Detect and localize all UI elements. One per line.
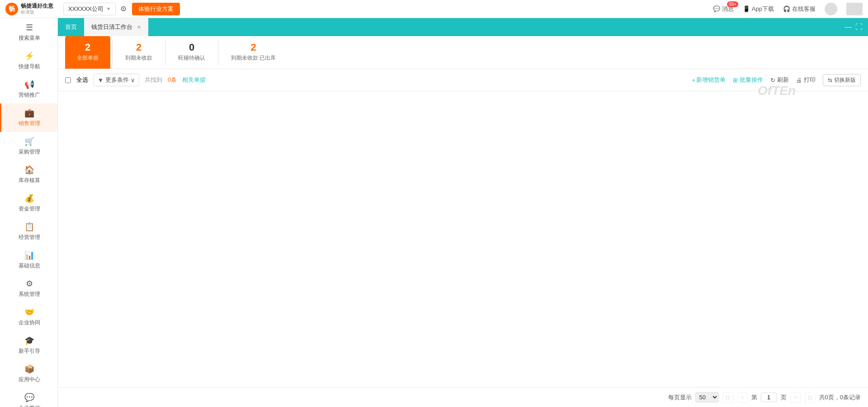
logo-text: 畅捷通好生意 标准版 (21, 3, 53, 14)
stats-divider-3 (218, 40, 218, 65)
quicknav-icon: ⚡ (24, 51, 34, 61)
add-label: 新增销货单 (696, 76, 726, 84)
page-suffix: 页 (781, 393, 787, 402)
sidebar-item-label: 新手引导 (19, 347, 40, 355)
tab-maximize-icon[interactable]: ⛶ (855, 23, 863, 31)
stats-count-wangpu: 0 (189, 42, 194, 53)
sidebar-item-sales[interactable]: 💼 销售管理 (0, 103, 57, 132)
purchase-icon: 🛒 (24, 136, 34, 146)
sidebar-item-label: 系统管理 (19, 290, 40, 298)
sidebar-item-label: 销售管理 (19, 120, 40, 127)
sidebar-item-quicknav[interactable]: ⚡ 快捷导航 (0, 47, 57, 75)
stats-count-all: 2 (85, 42, 90, 53)
inventory-icon: 🏠 (24, 165, 34, 175)
company-selector[interactable]: XXXXXX公司 ▼ (63, 3, 116, 15)
switch-label: 切换新版 (834, 76, 856, 84)
toolbar-right: + 新增销货单 ⊞ 批量操作 ↻ 刷新 🖨 打印 (692, 74, 861, 86)
top-header: 畅 畅捷通好生意 标准版 XXXXXX公司 ▼ ⚙ 体验行业方案 💬 消息 99… (0, 0, 868, 18)
operations-icon: 📋 (24, 222, 34, 232)
tab-home-label: 首页 (65, 23, 77, 31)
print-label: 打印 (804, 76, 816, 84)
switch-icon: ⇆ (828, 77, 832, 83)
tab-minimize-icon[interactable]: — (844, 23, 852, 31)
stats-tab-overdue[interactable]: 2 到期未收款 (114, 36, 163, 69)
refresh-button[interactable]: ↻ 刷新 (770, 76, 789, 84)
sidebar-item-inventory[interactable]: 🏠 库存核算 (0, 160, 57, 189)
messages-badge: 99+ (727, 1, 738, 7)
page-next-button[interactable]: ＞ (790, 392, 801, 403)
sidebar-item-wechat[interactable]: 💬 企业微信 (0, 388, 57, 407)
stats-divider-2 (165, 40, 165, 65)
add-icon: + (692, 77, 695, 84)
sidebar-item-appstore[interactable]: 📦 应用中心 (0, 360, 57, 388)
total-records-label: 共0页，0条记录 (819, 393, 861, 402)
stats-tab-shipped[interactable]: 2 到期未收款 已出库 (220, 36, 287, 69)
page-number-input[interactable] (761, 393, 777, 402)
online-service-label: 在线客服 (792, 5, 816, 13)
print-icon: 🖨 (796, 77, 802, 84)
sidebar-item-label: 营销推广 (19, 91, 40, 99)
guide-icon: 🎓 (24, 336, 34, 346)
sidebar-item-label: 经营管理 (19, 234, 40, 241)
avatar[interactable] (825, 3, 837, 15)
logo-sub: 标准版 (21, 9, 53, 15)
stats-tab-wangpu[interactable]: 0 旺辅待确认 (167, 36, 216, 69)
settings-icon[interactable]: ⚙ (120, 5, 127, 13)
print-button[interactable]: 🖨 打印 (796, 76, 816, 84)
page-first-button[interactable]: ⟨⟨ (722, 392, 733, 403)
add-sales-order-button[interactable]: + 新增销货单 (692, 76, 726, 84)
sidebar-item-finance[interactable]: 💰 资金管理 (0, 189, 57, 217)
sales-icon: 💼 (24, 108, 34, 118)
sidebar-item-label: 应用中心 (19, 376, 40, 384)
sidebar-item-operations[interactable]: 📋 经营管理 (0, 217, 57, 246)
stats-label-overdue: 到期未收款 (125, 54, 152, 62)
service-icon: 🎧 (783, 5, 790, 12)
page-last-button[interactable]: ⟩⟩ (805, 392, 816, 403)
appstore-icon: 📦 (24, 364, 34, 374)
search-menu-icon: ☰ (26, 23, 33, 33)
messages-button[interactable]: 💬 消息 99+ (713, 5, 734, 13)
filter-label: 更多条件 (105, 76, 129, 84)
toolbar: 全选 ▼ 更多条件 ∨ 共找到 0条 相关单据 + 新增销货单 ⊞ 批量操 (58, 69, 868, 91)
per-page-select[interactable]: 50 100 200 (695, 392, 719, 402)
sidebar-item-basics[interactable]: 📊 基础信息 (0, 246, 57, 274)
sidebar-item-marketing[interactable]: 📢 营销推广 (0, 75, 57, 103)
finance-icon: 💰 (24, 193, 34, 203)
tab-workbench[interactable]: 钱货日清工作台 ✕ (84, 18, 148, 36)
online-service-button[interactable]: 🎧 在线客服 (783, 5, 816, 13)
sidebar-item-label: 搜索菜单 (19, 34, 40, 42)
sidebar-item-system[interactable]: ⚙ 系统管理 (0, 274, 57, 303)
sidebar-item-collab[interactable]: 🤝 企业协同 (0, 303, 57, 331)
stats-count-overdue: 2 (136, 42, 142, 53)
tab-bar-actions: — ⛶ (844, 23, 868, 31)
app-download-button[interactable]: 📱 App下载 (743, 5, 774, 13)
select-all-checkbox[interactable] (65, 77, 71, 83)
related-link[interactable]: 相关单据 (182, 76, 206, 84)
trial-button[interactable]: 体验行业方案 (132, 3, 180, 15)
tab-workbench-label: 钱货日清工作台 (91, 23, 132, 31)
refresh-label: 刷新 (777, 76, 789, 84)
stats-tab-all[interactable]: 2 全部单据 (65, 36, 110, 69)
wechat-icon: 💬 (24, 393, 34, 402)
logo-name: 畅捷通好生意 (21, 3, 53, 9)
switch-new-version-button[interactable]: ⇆ 切换新版 (823, 74, 861, 86)
sidebar-item-label: 企业协同 (19, 319, 40, 327)
tab-home[interactable]: 首页 (58, 18, 84, 36)
tab-close-icon[interactable]: ✕ (137, 24, 141, 30)
sidebar-item-purchase[interactable]: 🛒 采购管理 (0, 132, 57, 160)
marketing-icon: 📢 (24, 80, 34, 89)
batch-operation-button[interactable]: ⊞ 批量操作 (733, 76, 763, 84)
pagination: 每页显示 50 100 200 ⟨⟨ ＜ 第 页 ＞ ⟩⟩ 共0页，0条记录 (58, 387, 868, 407)
user-name-area[interactable] (846, 3, 863, 15)
table-area (58, 91, 868, 387)
sidebar-item-search[interactable]: ☰ 搜索菜单 (0, 18, 57, 47)
batch-label: 批量操作 (740, 76, 763, 84)
page-prev-button[interactable]: ＜ (737, 392, 748, 403)
filter-button[interactable]: ▼ 更多条件 ∨ (94, 74, 139, 86)
sidebar-item-guide[interactable]: 🎓 新手引导 (0, 331, 57, 360)
system-icon: ⚙ (26, 279, 33, 289)
logo-area: 畅 畅捷通好生意 标准版 (5, 3, 63, 15)
message-icon: 💬 (713, 5, 720, 12)
app-download-label: App下载 (752, 5, 774, 13)
download-icon: 📱 (743, 5, 750, 12)
